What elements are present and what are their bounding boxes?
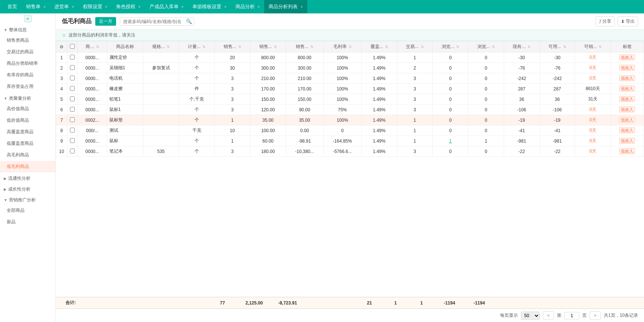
sidebar-item-category-rate[interactable]: 商品分类助销率 xyxy=(0,58,55,69)
cell-checkbox[interactable] xyxy=(67,105,78,115)
cell-code: 0000... xyxy=(78,146,107,157)
col-view1[interactable]: 浏览... ⇅ xyxy=(433,41,468,52)
nav-close-template[interactable]: × xyxy=(224,5,227,9)
search-icon[interactable]: 🔍 xyxy=(186,19,192,24)
nav-roles[interactable]: 角色授权 × xyxy=(112,0,145,13)
sidebar-item-traded-goods[interactable]: 交易过的商品 xyxy=(0,46,55,58)
col-current-stock[interactable]: 现有... ⇅ xyxy=(504,41,539,52)
row-checkbox[interactable] xyxy=(70,76,75,80)
export-button[interactable]: ⬇ 导出 xyxy=(618,16,638,26)
sidebar-item-sales-goods[interactable]: 销售类商品 xyxy=(0,35,55,46)
col-checkbox[interactable] xyxy=(67,41,78,52)
cell-checkbox[interactable] xyxy=(67,125,78,136)
nav-goods-analysis-list[interactable]: 商品分析列表 × xyxy=(264,0,307,13)
nav-purchase[interactable]: 进货单 × xyxy=(50,0,78,13)
sidebar-item-high-value[interactable]: 高价值商品 xyxy=(0,103,55,115)
col-view2[interactable]: 浏览... ⇅ xyxy=(468,41,504,52)
sidebar-item-stock-goods[interactable]: 有库存的商品 xyxy=(0,69,55,81)
nav-sales[interactable]: 销售单 × xyxy=(22,0,50,13)
cell-checkbox[interactable] xyxy=(67,115,78,125)
col-gross-rate[interactable]: 毛利率 ⇅ xyxy=(323,41,361,52)
cell-view1[interactable]: 1 xyxy=(433,136,468,146)
col-available[interactable]: 可用... ⇅ xyxy=(539,41,575,52)
prev-page-button[interactable]: ＜ xyxy=(543,311,554,320)
share-button[interactable]: ⤴ 分享 xyxy=(596,16,615,26)
nav-close-purchase[interactable]: × xyxy=(72,5,74,9)
col-sales-count[interactable]: 销售... ⇅ xyxy=(215,41,250,52)
sidebar-item-high-margin[interactable]: 高毛利商品 xyxy=(0,149,55,161)
col-coverage[interactable]: 覆盖... ⇅ xyxy=(361,41,397,52)
nav-close-goods-analysis[interactable]: × xyxy=(257,5,260,9)
sidebar-group-overall[interactable]: ▼ 整体信息 xyxy=(0,24,55,35)
select-all-checkbox[interactable] xyxy=(70,44,75,49)
col-code[interactable]: 商... ⇅ xyxy=(78,41,107,52)
sidebar-group-marketing[interactable]: ▼ 营销推广分析 xyxy=(0,194,55,205)
top-nav: 首页 销售单 × 进货单 × 权限设置 × 角色授权 × 产成品入库单 × 单据… xyxy=(0,0,644,13)
nav-close-product-entry[interactable]: × xyxy=(182,5,184,9)
cell-coverage: 1.49% xyxy=(361,73,397,84)
cell-sales-count: 3 xyxy=(215,94,250,105)
sidebar-item-new-goods[interactable]: 新品 xyxy=(0,216,55,228)
cell-checkbox[interactable] xyxy=(67,84,78,94)
next-page-button[interactable]: ＞ xyxy=(590,311,601,320)
nav-close-goods-analysis-list[interactable]: × xyxy=(301,5,303,9)
col-trade[interactable]: 交易... ⇅ xyxy=(397,41,433,52)
row-checkbox[interactable] xyxy=(70,149,75,153)
row-checkbox[interactable] xyxy=(70,128,75,133)
row-checkbox[interactable] xyxy=(70,107,75,112)
sidebar-item-all-goods[interactable]: 全部商品 xyxy=(0,205,55,216)
cell-trade: 1 xyxy=(397,52,433,63)
cell-checkbox[interactable] xyxy=(67,94,78,105)
row-checkbox[interactable] xyxy=(70,55,75,60)
nav-permissions[interactable]: 权限设置 × xyxy=(79,0,112,13)
cell-spec xyxy=(143,105,179,115)
cell-checkbox[interactable] xyxy=(67,136,78,146)
col-sales-price[interactable]: 销售... ⇅ xyxy=(250,41,286,52)
nav-template[interactable]: 单据模板设置 × xyxy=(188,0,231,13)
sidebar-collapse-btn[interactable]: « xyxy=(24,15,32,22)
cell-checkbox[interactable] xyxy=(67,52,78,63)
cell-unit: 个 xyxy=(179,146,215,157)
col-unit[interactable]: 计量... ⇅ xyxy=(179,41,215,52)
col-settings[interactable]: ⚙ xyxy=(56,41,67,52)
row-checkbox[interactable] xyxy=(70,96,75,101)
cell-current-stock: -22 xyxy=(504,146,539,157)
cell-no: 7 xyxy=(56,115,67,125)
cell-spec: 535 xyxy=(143,146,179,157)
sidebar-group-cluster[interactable]: ▼ 类聚量分析 xyxy=(0,92,55,103)
col-spec[interactable]: 规格... ⇅ xyxy=(143,41,179,52)
cell-current-stock: -30 xyxy=(504,52,539,63)
export-icon: ⬇ xyxy=(621,19,625,24)
cell-no: 6 xyxy=(56,105,67,115)
cell-tag: 低收入 xyxy=(611,73,644,84)
row-checkbox[interactable] xyxy=(70,86,75,91)
cell-checkbox[interactable] xyxy=(67,146,78,157)
cell-sales-count: 3 xyxy=(215,105,250,115)
nav-close-permissions[interactable]: × xyxy=(105,5,108,9)
page-size-select[interactable]: 20 50 100 xyxy=(521,312,540,320)
col-sales-amount[interactable]: 销售... ⇅ xyxy=(286,41,323,52)
col-name: 商品名称 xyxy=(107,41,143,52)
page-input[interactable] xyxy=(564,312,579,319)
sidebar-group-flow[interactable]: ▶ 流通性分析 xyxy=(0,172,55,183)
sidebar-item-high-coverage[interactable]: 高覆盖度商品 xyxy=(0,126,55,138)
sidebar-item-low-coverage[interactable]: 低覆盖度商品 xyxy=(0,138,55,149)
row-checkbox[interactable] xyxy=(70,138,75,143)
row-checkbox[interactable] xyxy=(70,65,75,70)
period-button[interactable]: 近一月 xyxy=(95,17,116,26)
nav-goods-analysis[interactable]: 商品分析 × xyxy=(231,0,264,13)
cell-no: 10 xyxy=(56,146,67,157)
sidebar-group-growth[interactable]: ▶ 成长性分析 xyxy=(0,183,55,194)
sidebar-item-low-margin[interactable]: 低毛利商品 xyxy=(0,161,55,172)
sidebar-item-low-value[interactable]: 低价值商品 xyxy=(0,115,55,126)
row-checkbox[interactable] xyxy=(70,117,75,122)
sidebar-item-stock-capital[interactable]: 库存资金占用 xyxy=(0,81,55,92)
cell-checkbox[interactable] xyxy=(67,63,78,73)
cell-checkbox[interactable] xyxy=(67,73,78,84)
col-saleable[interactable]: 可销... ⇅ xyxy=(575,41,611,52)
nav-product-entry[interactable]: 产成品入库单 × xyxy=(145,0,188,13)
nav-home[interactable]: 首页 xyxy=(3,0,22,13)
search-input[interactable] xyxy=(120,17,194,26)
nav-close-roles[interactable]: × xyxy=(138,5,141,9)
nav-close-sales[interactable]: × xyxy=(44,5,46,9)
